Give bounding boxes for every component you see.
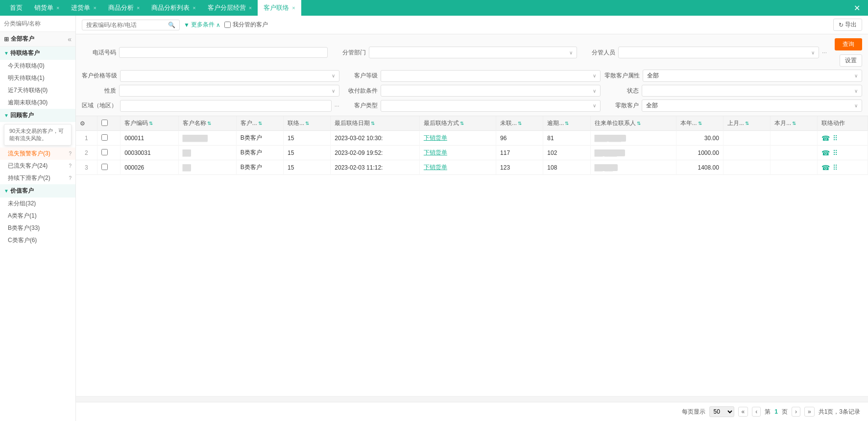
horizontal-scrollbar[interactable] xyxy=(76,396,868,402)
table-header-name[interactable]: 客户名称⇅ xyxy=(178,116,236,131)
sidebar-item-0-3[interactable]: 逾期未联络(30) xyxy=(0,97,75,109)
close-icon[interactable]: × xyxy=(56,5,59,11)
nav-item-进货单[interactable]: 进货单× xyxy=(65,0,102,16)
filter-person-more[interactable]: ··· xyxy=(822,49,827,56)
sidebar-item-1-0[interactable]: 流失预警客户(3)? xyxy=(0,148,75,160)
select-all-checkbox[interactable] xyxy=(101,120,108,126)
sidebar-item-2-1[interactable]: A类客户(1) xyxy=(0,210,75,222)
sidebar-item-1-2[interactable]: 持续下滑客户(2)? xyxy=(0,172,75,184)
nav-item-商品分析[interactable]: 商品分析× xyxy=(102,0,145,16)
filter-payment-select[interactable]: ∨ xyxy=(381,85,601,97)
more-action-icon[interactable]: ⠿ xyxy=(833,134,838,142)
window-close-btn[interactable]: ✕ xyxy=(850,3,864,13)
next-page-btn[interactable]: › xyxy=(792,407,800,417)
table-header-contact-count[interactable]: 联络...⇅ xyxy=(284,116,331,131)
close-icon[interactable]: × xyxy=(249,5,252,11)
table-header-contact-person[interactable]: 往来单位联系人⇅ xyxy=(590,116,676,131)
table-checkbox-col[interactable] xyxy=(97,116,120,131)
row-last-method[interactable]: 下销货单 xyxy=(419,160,496,175)
sort-icon-name: ⇅ xyxy=(207,121,211,126)
table-header-uncontacted[interactable]: 未联...⇅ xyxy=(496,116,543,131)
contact-icon[interactable]: ☎ xyxy=(821,164,830,172)
filter-region-label: 区域（地区） xyxy=(82,101,117,110)
close-icon[interactable]: × xyxy=(93,5,96,11)
main-search-input[interactable] xyxy=(86,22,166,28)
nav-item-客户分层经营[interactable]: 客户分层经营× xyxy=(202,0,258,16)
last-page-btn[interactable]: » xyxy=(804,407,815,417)
filter-status-select[interactable]: ∨ xyxy=(642,85,862,97)
contact-icon[interactable]: ☎ xyxy=(821,149,830,157)
sidebar-collapse-btn[interactable]: « xyxy=(68,35,72,43)
sidebar-item-0-0[interactable]: 今天待联络(0) xyxy=(0,60,75,72)
row-checkbox[interactable] xyxy=(97,160,120,175)
table-header-last-month[interactable]: 上月...⇅ xyxy=(723,116,770,131)
first-page-btn[interactable]: « xyxy=(738,407,748,417)
row-this-year: 1000.00 xyxy=(676,146,723,160)
sidebar-item-2-2[interactable]: B类客户(33) xyxy=(0,222,75,234)
filter-dept-select[interactable]: ∨ xyxy=(369,47,578,58)
info-icon: ? xyxy=(69,163,72,169)
nav-item-销货单[interactable]: 销货单× xyxy=(28,0,65,16)
table-header-overdue[interactable]: 逾期...⇅ xyxy=(543,116,590,131)
main-search-box[interactable]: 🔍 xyxy=(82,20,180,30)
filter-nature-select[interactable]: ∨ xyxy=(119,85,339,97)
prev-page-btn[interactable]: ‹ xyxy=(752,407,761,417)
row-last-method[interactable]: 下销货单 xyxy=(419,131,496,146)
row-last-method[interactable]: 下销货单 xyxy=(419,146,496,160)
row-checkbox[interactable] xyxy=(97,131,120,146)
more-filter-btn[interactable]: ▼ 更多条件 ∧ xyxy=(184,21,220,29)
close-icon[interactable]: × xyxy=(137,5,140,11)
my-customer-checkbox[interactable]: 我分管的客户 xyxy=(224,21,268,29)
table-settings-col[interactable]: ⚙ xyxy=(76,116,97,131)
close-icon[interactable]: × xyxy=(193,5,195,11)
filter-region-more[interactable]: ··· xyxy=(335,102,339,109)
row-select-checkbox[interactable] xyxy=(101,134,108,141)
filter-customer-type-select[interactable]: ∨ xyxy=(381,100,601,112)
nav-item-首页[interactable]: 首页 xyxy=(4,0,28,16)
row-select-checkbox[interactable] xyxy=(101,164,108,170)
close-icon[interactable]: × xyxy=(292,5,295,11)
filter-price-grade-select[interactable]: ∨ xyxy=(120,70,339,82)
row-checkbox[interactable] xyxy=(97,146,120,160)
filter-retail-select[interactable]: 全部∨ xyxy=(642,99,862,112)
sidebar-search-bar[interactable]: 🔍 xyxy=(0,16,75,32)
table-header-this-year[interactable]: 本年...⇅ xyxy=(676,116,723,131)
sidebar-root-label[interactable]: ⊞ 全部客户 xyxy=(4,35,34,43)
table-header-last-method[interactable]: 最后联络方式⇅ xyxy=(419,116,496,131)
sidebar-search-input[interactable] xyxy=(4,20,76,27)
filter-dept-label: 分管部门 xyxy=(332,49,366,57)
main-search-icon[interactable]: 🔍 xyxy=(168,22,175,28)
page-size-select[interactable]: 50 20 100 xyxy=(709,406,734,417)
table-header-type[interactable]: 客户...⇅ xyxy=(236,116,283,131)
sidebar-section-1[interactable]: ▼回顾客户 xyxy=(0,109,75,122)
sidebar-item-1-1[interactable]: 已流失客户(24)? xyxy=(0,160,75,172)
settings-button[interactable]: 设置 xyxy=(840,54,862,67)
filter-phone-input[interactable] xyxy=(119,47,328,58)
table-header-last-date[interactable]: 最后联络日期⇅ xyxy=(331,116,420,131)
more-action-icon[interactable]: ⠿ xyxy=(833,164,838,172)
row-last-date: 2023-02-09 19:52: xyxy=(331,146,420,160)
sidebar-section-2[interactable]: ▼价值客户 xyxy=(0,184,75,198)
sidebar-item-0-1[interactable]: 明天待联络(1) xyxy=(0,72,75,84)
filter-region-select[interactable] xyxy=(120,100,332,112)
query-button[interactable]: 查询 xyxy=(835,38,862,50)
filter-customer-attr-select[interactable]: 全部∨ xyxy=(643,70,862,82)
contact-icon[interactable]: ☎ xyxy=(821,134,830,142)
table-header-this-month[interactable]: 本月...⇅ xyxy=(771,116,818,131)
more-action-icon[interactable]: ⠿ xyxy=(833,149,838,157)
table-header-code[interactable]: 客户编码⇅ xyxy=(121,116,178,131)
sidebar-item-0-2[interactable]: 近7天待联络(0) xyxy=(0,84,75,97)
sidebar-item-2-3[interactable]: C类客户(6) xyxy=(0,234,75,247)
row-select-checkbox[interactable] xyxy=(101,149,108,155)
row-contact-count: 15 xyxy=(284,146,331,160)
nav-item-客户联络[interactable]: 客户联络× xyxy=(258,0,301,16)
my-customer-input[interactable] xyxy=(224,22,231,28)
row-type: B类客户 xyxy=(236,160,283,175)
filter-person-select[interactable]: ∨ xyxy=(618,47,819,58)
filter-customer-grade-select[interactable]: ∨ xyxy=(381,70,601,82)
nav-item-商品分析列表[interactable]: 商品分析列表× xyxy=(145,0,201,16)
export-button[interactable]: ↻ 导出 xyxy=(833,19,862,31)
sidebar-item-2-0[interactable]: 未分组(32) xyxy=(0,198,75,210)
sidebar-section-0[interactable]: ▼待联络客户 xyxy=(0,47,75,60)
filter-payment: 收付款条件 ∨ xyxy=(343,85,601,97)
